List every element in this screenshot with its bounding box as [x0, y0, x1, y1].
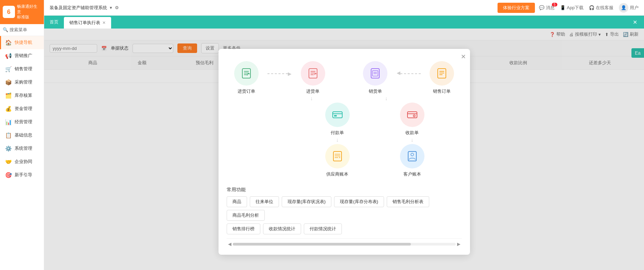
- arrow-down-receipt: ↓: [388, 137, 436, 143]
- sidebar-nav: 🏠 快捷导航 📢 营销推广 🛒 销售管理 📦 采购管理 🗂️ 库存核算 💰: [0, 36, 44, 270]
- sidebar-item-inventory[interactable]: 🗂️ 库存核算: [0, 89, 44, 102]
- arrow-down-purchase: ↓: [288, 96, 335, 101]
- flow-item-customer-account: 客户账本: [388, 144, 436, 177]
- sidebar-search[interactable]: 🔍 搜索菜单: [0, 24, 44, 36]
- enterprise-icon: 🤝: [5, 159, 12, 165]
- avatar: 👤: [619, 3, 628, 13]
- experience-btn[interactable]: 体验行业方案: [498, 3, 535, 13]
- download-icon: 📱: [560, 5, 565, 10]
- supplier-account-icon: ¥: [325, 144, 350, 168]
- flow-item-payment-bill: 付款单: [314, 103, 361, 136]
- svg-rect-19: [407, 112, 417, 118]
- scroll-left-btn[interactable]: ◀: [227, 241, 233, 247]
- flow-diagram: 进货订单 ▶ 进货单: [227, 57, 462, 184]
- common-btn-payment-stats[interactable]: 付款情况统计: [304, 223, 342, 234]
- sidebar-logo: 6 畅康通好生意 标准版: [0, 0, 44, 24]
- sidebar-item-marketing[interactable]: 📢 营销推广: [0, 49, 44, 62]
- purchase-icon: 📦: [5, 79, 12, 86]
- arrow-2: ▶: [395, 71, 422, 76]
- quick-nav-modal: ✕ 进货订单: [219, 49, 470, 255]
- common-functions-title: 常用功能: [227, 187, 462, 193]
- system-icon: ⚙️: [5, 145, 12, 152]
- sidebar-item-system[interactable]: ⚙️ 系统管理: [0, 142, 44, 155]
- modal-close-btn[interactable]: ✕: [461, 53, 466, 60]
- purchase-bill-icon: [301, 61, 325, 86]
- sidebar-item-newbie[interactable]: 🎯 新手引导: [0, 168, 44, 182]
- newbie-icon: 🎯: [5, 172, 12, 178]
- sidebar-item-enterprise[interactable]: 🤝 企业协同: [0, 155, 44, 168]
- sidebar-item-operations[interactable]: 📊 经营管理: [0, 115, 44, 129]
- modal-overlay[interactable]: ✕ 进货订单: [44, 29, 644, 270]
- payment-bill-icon: [325, 103, 350, 127]
- common-btn-product[interactable]: 商品: [227, 196, 247, 207]
- common-btn-sales-rank[interactable]: 销售排行榜: [227, 223, 260, 234]
- title-dropdown[interactable]: ▾: [110, 5, 112, 10]
- scroll-track[interactable]: [233, 243, 456, 246]
- user-action[interactable]: 👤 用户: [619, 3, 639, 13]
- content-area: ❓ 帮助 🖨 按模板打印 ▾ ⬆ 导出 🔄 刷新: [44, 29, 644, 270]
- svg-rect-18: [334, 115, 337, 116]
- base-info-icon: 📋: [5, 132, 12, 139]
- settings-icon[interactable]: ⚙: [115, 5, 119, 10]
- scroll-right-btn[interactable]: ▶: [456, 241, 462, 247]
- customer-account-icon: [400, 144, 424, 168]
- topbar: 装备及固定资产辅助管理系统 ▾ ⚙ 体验行业方案 💬 消息 5 📱 App下载 …: [44, 0, 644, 16]
- logo-icon: 6: [3, 6, 15, 18]
- arrow-down-payment: ↓: [314, 137, 361, 143]
- svg-rect-9: [372, 71, 378, 76]
- sidebar: 6 畅康通好生意 标准版 🔍 搜索菜单 🏠 快捷导航 📢 营销推广 🛒 销售管理: [0, 0, 44, 270]
- service-icon: 🎧: [589, 5, 594, 10]
- home-icon: 🏠: [5, 39, 12, 46]
- message-icon: 💬: [539, 5, 544, 10]
- message-badge: 5: [552, 3, 557, 6]
- common-btn-stock-status[interactable]: 现存量(库存状况表): [282, 196, 332, 207]
- receipt-bill-icon: ¥: [400, 103, 424, 127]
- app-download-action[interactable]: 📱 App下载: [560, 5, 584, 11]
- online-service-action[interactable]: 🎧 在线客服: [589, 5, 613, 11]
- topbar-actions: 💬 消息 5 📱 App下载 🎧 在线客服 👤 用户: [539, 3, 639, 13]
- common-btn-stock-dist[interactable]: 现存量(库存分布表): [334, 196, 384, 207]
- svg-text:¥: ¥: [338, 156, 341, 159]
- tab-close-icon[interactable]: ✕: [102, 20, 106, 25]
- flow-row-1: 进货订单 ▶ 进货单: [227, 61, 462, 94]
- finance-icon: 💰: [5, 106, 12, 112]
- common-btn-counterparty[interactable]: 往来单位: [250, 196, 279, 207]
- common-btn-sales-profit[interactable]: 销售毛利分析表: [387, 196, 429, 207]
- sidebar-item-purchase[interactable]: 📦 采购管理: [0, 76, 44, 89]
- sidebar-item-finance[interactable]: 💰 资金管理: [0, 102, 44, 115]
- marketing-icon: 📢: [5, 53, 12, 59]
- sales-bill-icon: [363, 61, 387, 86]
- scroll-thumb: [233, 243, 411, 246]
- sales-icon: 🛒: [5, 66, 12, 72]
- tab-home[interactable]: 首页: [44, 16, 64, 29]
- sidebar-item-quick-nav[interactable]: 🏠 快捷导航: [0, 36, 44, 49]
- common-btn-receipt-stats[interactable]: 收款情况统计: [263, 223, 301, 234]
- common-btns-row1: 商品 往来单位 现存量(库存状况表) 现存量(库存分布表) 销售毛利分析表 商品…: [227, 196, 462, 221]
- flow-item-sales-bill: 销货单: [355, 61, 395, 94]
- sidebar-item-base-info[interactable]: 📋 基础信息: [0, 129, 44, 142]
- arrow-down-sales: ↓: [363, 96, 410, 101]
- purchase-order-icon: [234, 61, 259, 86]
- modal-scrollbar: ◀ ▶: [227, 238, 462, 247]
- system-title: 装备及固定资产辅助管理系统 ▾ ⚙: [50, 5, 493, 11]
- tab-close-all-btn[interactable]: ✕: [630, 19, 640, 25]
- svg-point-29: [411, 153, 414, 156]
- flow-item-purchase-bill: 进货单: [293, 61, 333, 94]
- arrow-1: ▶: [266, 71, 293, 76]
- sidebar-item-sales[interactable]: 🛒 销售管理: [0, 62, 44, 76]
- tabbar: 首页 销售订单执行表 ✕ ✕: [44, 16, 644, 29]
- flow-arrows-row2: ↓ ↓: [227, 136, 462, 144]
- flow-row-2: 付款单 ¥ 收款单: [227, 103, 462, 136]
- message-action[interactable]: 💬 消息 5: [539, 5, 555, 11]
- flow-item-supplier-account: ¥ 供应商账本: [314, 144, 361, 177]
- common-functions: 常用功能 商品 往来单位 现存量(库存状况表) 现存量(库存分布表) 销售毛利分…: [227, 187, 462, 234]
- flow-item-receipt-bill: ¥ 收款单: [388, 103, 436, 136]
- tab-sales-order-exec[interactable]: 销售订单执行表 ✕: [64, 17, 111, 29]
- main-content: 装备及固定资产辅助管理系统 ▾ ⚙ 体验行业方案 💬 消息 5 📱 App下载 …: [44, 0, 644, 270]
- flow-row-3: ¥ 供应商账本 客户账本: [227, 144, 462, 177]
- operations-icon: 📊: [5, 119, 12, 125]
- common-btn-product-profit[interactable]: 商品毛利分析: [227, 210, 265, 221]
- svg-text:¥: ¥: [414, 115, 415, 117]
- common-btns-row2: 销售排行榜 收款情况统计 付款情况统计: [227, 223, 462, 234]
- logo-text: 畅康通好生意 标准版: [17, 4, 41, 20]
